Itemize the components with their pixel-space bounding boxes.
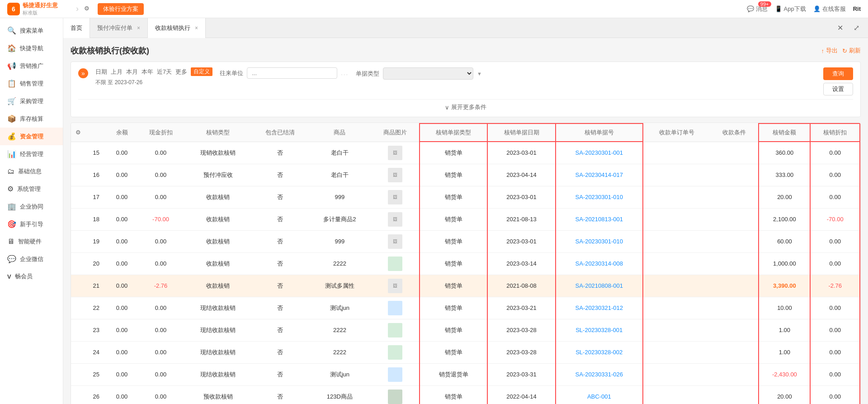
sidebar-item-purchase[interactable]: 🛒 采购管理 xyxy=(0,92,63,110)
hardware-icon: 🖥 xyxy=(7,238,14,246)
sidebar-item-guide[interactable]: 🎯 新手引导 xyxy=(0,215,63,233)
bill-no-link[interactable]: SA-20210813-001 xyxy=(575,216,623,223)
bill-no-link[interactable]: SA-20210808-001 xyxy=(575,282,623,289)
sidebar-item-marketing[interactable]: 📢 营销推广 xyxy=(0,57,63,75)
cell-verify-type: 收款核销 xyxy=(185,186,251,208)
cell-settings xyxy=(71,385,85,404)
sidebar-item-wechat[interactable]: 💬 企业微信 xyxy=(0,250,63,268)
tab-prepay[interactable]: 预付冲应付单 × xyxy=(90,18,148,38)
bill-no-link[interactable]: ABC-001 xyxy=(587,393,611,400)
logo-icon: 6 xyxy=(7,3,20,15)
maximize-tab-btn[interactable]: ⤢ xyxy=(850,22,863,34)
bill-type-select[interactable] xyxy=(383,67,473,80)
sidebar-item-finance[interactable]: 💰 资金管理 xyxy=(0,128,63,145)
sidebar-item-member[interactable]: V 畅会员 xyxy=(0,268,63,285)
filter-toggle-btn[interactable]: » xyxy=(78,68,88,78)
user-name[interactable]: Rit xyxy=(853,5,861,12)
corp-icon: 🏢 xyxy=(7,202,16,211)
close-tab-btn[interactable]: ✕ xyxy=(834,22,846,34)
tab-receipt[interactable]: 收款核销执行 × xyxy=(148,18,206,38)
date-7days[interactable]: 近7天 xyxy=(157,68,172,76)
receipt-tab-close[interactable]: × xyxy=(195,25,198,31)
export-btn[interactable]: ↑ 导出 xyxy=(821,47,838,55)
expand-more-btn[interactable]: ∨ 展开更多条件 xyxy=(78,99,853,111)
goods-image: 🖼 xyxy=(388,146,402,160)
bill-no-link[interactable]: SL-20230328-001 xyxy=(576,327,623,333)
cell-include-settled: 否 xyxy=(251,208,309,230)
home-icon: 🏠 xyxy=(7,44,16,52)
bill-no-link[interactable]: SA-20230414-017 xyxy=(575,171,623,178)
th-verify-bill-no: 核销单据号 xyxy=(556,124,643,142)
bill-no-link[interactable]: SA-20230301-010 xyxy=(575,238,623,245)
sidebar-item-system[interactable]: ⚙ 系统管理 xyxy=(0,180,63,198)
cell-receipt-condition xyxy=(710,275,759,297)
sidebar-item-quick-nav[interactable]: 🏠 快捷导航 xyxy=(0,39,63,57)
cell-verify-bill-no[interactable]: SA-20230301-010 xyxy=(556,186,643,208)
cell-verify-bill-no[interactable]: SA-20230301-001 xyxy=(556,142,643,164)
cell-verify-bill-no[interactable]: SA-20230331-026 xyxy=(556,363,643,385)
date-label: 日期 xyxy=(95,68,107,76)
th-verify-discount: 核销折扣 xyxy=(810,124,860,142)
cell-row-num: 23 xyxy=(85,319,107,341)
refresh-btn[interactable]: ↻ 刷新 xyxy=(842,47,861,55)
settings-icon[interactable]: ⚙ xyxy=(84,5,92,13)
partner-input[interactable] xyxy=(247,67,337,79)
cell-cash-discount: 0.00 xyxy=(137,252,184,275)
goods-image xyxy=(388,345,402,360)
sidebar-item-inventory[interactable]: 📦 库存核算 xyxy=(0,110,63,128)
setting-btn[interactable]: 设置 xyxy=(823,83,853,95)
sidebar-item-sales[interactable]: 📋 销售管理 xyxy=(0,75,63,92)
cell-verify-bill-no[interactable]: SA-20210813-001 xyxy=(556,208,643,230)
bill-no-link[interactable]: SL-20230328-002 xyxy=(576,349,623,356)
query-btn[interactable]: 查询 xyxy=(823,67,853,80)
cell-verify-bill-no[interactable]: SL-20230328-001 xyxy=(556,319,643,341)
bill-no-link[interactable]: SA-20230314-008 xyxy=(575,260,623,267)
cell-verify-bill-no[interactable]: SA-20230414-017 xyxy=(556,164,643,186)
sidebar-item-search[interactable]: 🔍 搜索菜单 xyxy=(0,22,63,39)
th-settings[interactable]: ⚙ xyxy=(71,124,85,142)
cell-balance: 0.00 xyxy=(107,230,137,252)
date-this-year[interactable]: 本年 xyxy=(142,68,153,76)
bill-no-link[interactable]: SA-20230331-026 xyxy=(575,371,623,378)
cell-goods: 123D商品 xyxy=(308,385,371,404)
cell-verify-bill-type: 销货单 xyxy=(420,297,487,319)
cell-verify-discount: 0.00 xyxy=(810,230,860,252)
date-this-month[interactable]: 本月 xyxy=(126,68,138,76)
cell-verify-type: 现结收款核销 xyxy=(185,319,251,341)
cell-settings xyxy=(71,208,85,230)
sidebar-item-corp[interactable]: 🏢 企业协同 xyxy=(0,198,63,215)
cell-verify-bill-no[interactable]: ABC-001 xyxy=(556,385,643,404)
message-btn[interactable]: 💬 消息 99+ xyxy=(747,5,768,13)
home-tab-label: 首页 xyxy=(71,24,82,32)
app-download-btn[interactable]: 📱 App下载 xyxy=(775,5,806,13)
cell-verify-bill-date: 2022-04-14 xyxy=(487,385,555,404)
bill-no-link[interactable]: SA-20230321-012 xyxy=(575,304,623,311)
prepay-tab-close[interactable]: × xyxy=(137,25,140,31)
industry-btn[interactable]: 体验行业方案 xyxy=(98,3,144,15)
sidebar-label-guide: 新手引导 xyxy=(20,220,43,228)
tab-home[interactable]: 首页 xyxy=(63,18,90,38)
date-last-month[interactable]: 上月 xyxy=(111,68,123,76)
sidebar-label-corp: 企业协同 xyxy=(20,203,43,211)
sidebar-item-hardware[interactable]: 🖥 智能硬件 xyxy=(0,233,63,250)
date-custom[interactable]: 自定义 xyxy=(191,67,212,76)
cell-goods: 测试多属性 xyxy=(308,275,371,297)
bill-no-link[interactable]: SA-20230301-001 xyxy=(575,149,623,156)
cell-include-settled: 否 xyxy=(251,297,309,319)
bill-no-link[interactable]: SA-20230301-010 xyxy=(575,194,623,200)
cell-verify-bill-no[interactable]: SA-20210808-001 xyxy=(556,275,643,297)
page-header: 收款核销执行(按收款) ↑ 导出 ↻ 刷新 xyxy=(71,45,861,56)
app-name: 畅捷通好生意 xyxy=(23,1,58,10)
cell-cash-discount: 0.00 xyxy=(137,319,184,341)
date-more[interactable]: 更多 xyxy=(175,68,187,76)
cell-receipt-order-no xyxy=(643,319,710,341)
cell-verify-bill-no[interactable]: SA-20230314-008 xyxy=(556,252,643,275)
sidebar-label-member: 畅会员 xyxy=(15,272,33,280)
online-service-btn[interactable]: 👤 在线客服 xyxy=(813,5,846,13)
cell-verify-bill-no[interactable]: SA-20230321-012 xyxy=(556,297,643,319)
cell-verify-bill-no[interactable]: SA-20230301-010 xyxy=(556,230,643,252)
cell-row-num: 20 xyxy=(85,252,107,275)
sidebar-item-basic[interactable]: 🗂 基础信息 xyxy=(0,163,63,180)
cell-verify-bill-no[interactable]: SL-20230328-002 xyxy=(556,341,643,363)
sidebar-item-operation[interactable]: 📊 经营管理 xyxy=(0,145,63,163)
